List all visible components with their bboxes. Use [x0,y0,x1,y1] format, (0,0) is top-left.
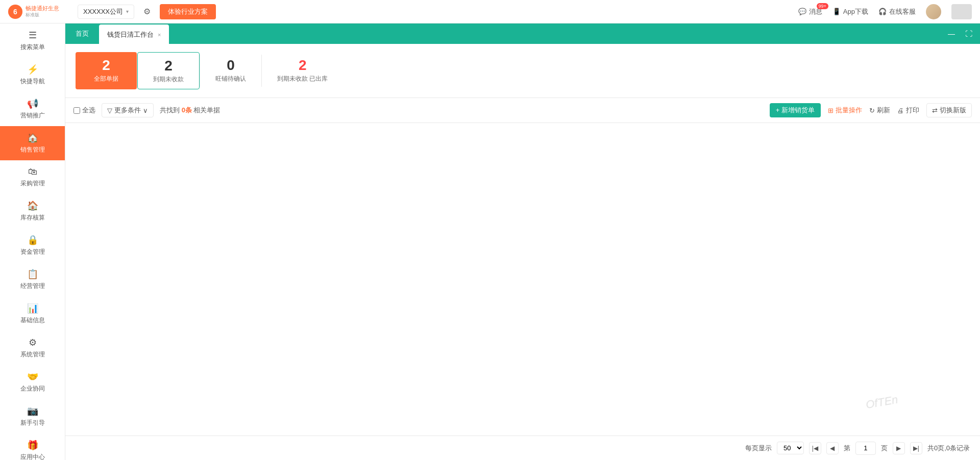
guide-icon: 📷 [27,405,38,417]
chevron-down-icon: ▾ [126,9,129,14]
message-button[interactable]: 💬 消息 99+ [798,7,822,16]
message-badge: 99+ [817,3,828,9]
tab-bar: 首页 钱货日清工作台 × — ⛶ [65,23,980,44]
batch-operation-button[interactable]: ⊞ 批量操作 [828,106,862,115]
settings-icon[interactable]: ⚙ [139,4,155,19]
sidebar-item-enterprise[interactable]: 🤝 企业协同 [0,365,65,399]
sidebar-item-purchase[interactable]: 🛍 采购管理 [0,160,65,194]
filter-chevron-icon: ∨ [143,107,148,114]
tab-bar-actions: — ⛶ [945,28,980,40]
switch-version-button[interactable]: ⇄ 切换新版 [926,103,972,117]
header-right: 💬 消息 99+ 📱 App下载 🎧 在线客服 [798,4,972,19]
filter-button[interactable]: ▽ 更多条件 ∨ [102,103,154,117]
stat-card-all[interactable]: 2 全部单据 [76,52,137,89]
print-icon: 🖨 [897,107,904,114]
download-icon: 📱 [832,8,841,15]
tab-minimize-icon[interactable]: — [945,28,958,40]
operations-icon: 📋 [27,269,38,280]
sidebar-item-finance[interactable]: 🔒 资金管理 [0,228,65,262]
page-prev-button[interactable]: ◀ [826,442,839,454]
content-area: 首页 钱货日清工作台 × — ⛶ 2 全部单据 2 到期未收款 [65,23,980,460]
pagination: 每页显示 50 |◀ ◀ 第 1 页 ▶ ▶| 共0页,0条记录 [65,435,980,460]
sidebar-item-system[interactable]: ⚙ 系统管理 [0,331,65,365]
service-icon: 🎧 [878,8,887,15]
tab-home[interactable]: 首页 [65,23,99,44]
table-area [65,123,980,435]
stat-card-shipped[interactable]: 2 到期未收款 已出库 [262,52,343,89]
user-menu[interactable] [951,4,972,19]
sales-icon: 🏠 [27,132,38,143]
inventory-icon: 🏠 [27,200,38,211]
switch-icon: ⇄ [932,107,938,114]
page-label: 第 [844,444,850,453]
company-selector[interactable]: XXXXXX公司 ▾ [78,5,134,19]
refresh-button[interactable]: ↻ 刷新 [869,106,890,115]
message-icon: 💬 [798,8,806,15]
finance-icon: 🔒 [27,234,38,246]
tab-qhrqzt[interactable]: 钱货日清工作台 × [99,25,169,45]
tab-maximize-icon[interactable]: ⛶ [963,28,975,40]
per-page-label: 每页显示 [745,444,772,453]
company-name: XXXXXX公司 [83,7,123,16]
per-page-select[interactable]: 50 [777,442,804,454]
enterprise-icon: 🤝 [27,371,38,382]
batch-icon: ⊞ [828,107,834,114]
sidebar-item-sales[interactable]: 🏠 销售管理 [0,126,65,160]
appstore-icon: 🎁 [27,440,38,451]
sidebar-item-guide[interactable]: 📷 新手引导 [0,399,65,433]
app-name: 畅捷通好生意 [26,5,59,12]
stat-num-pending: 0 [215,57,246,74]
sidebar-item-quicknav[interactable]: ⚡ 快捷导航 [0,58,65,92]
quicknav-icon: ⚡ [27,64,38,75]
logo-area: 6 畅捷通好生意 标准版 [8,5,74,19]
stat-label-pending: 旺铺待确认 [215,75,246,83]
stat-label-all: 全部单据 [91,75,121,83]
sidebar-item-inventory[interactable]: 🏠 库存核算 [0,194,65,228]
stat-num-shipped: 2 [277,57,328,74]
new-sales-order-button[interactable]: + 新增销货单 [770,103,821,117]
sidebar-item-marketing[interactable]: 📢 营销推广 [0,92,65,126]
page-label-end: 页 [881,444,888,453]
basic-info-icon: 📊 [27,303,38,314]
result-count: 共找到 0条 相关单据 [160,106,220,115]
sidebar: ☰ 搜索菜单 ⚡ 快捷导航 📢 营销推广 🏠 销售管理 🛍 采购管理 🏠 库存核… [0,23,65,460]
select-all-checkbox[interactable]: 全选 [74,106,95,115]
page-next-button[interactable]: ▶ [893,442,905,454]
sidebar-item-operations[interactable]: 📋 经营管理 [0,262,65,297]
tab-close-icon[interactable]: × [158,32,161,38]
stat-card-pending[interactable]: 0 旺铺待确认 [200,52,261,89]
stat-card-overdue[interactable]: 2 到期未收款 [137,52,200,89]
sidebar-item-appstore[interactable]: 🎁 应用中心 [0,433,65,460]
total-info: 共0页,0条记录 [927,444,970,453]
avatar[interactable] [926,4,941,19]
purchase-icon: 🛍 [28,166,37,177]
stat-num-overdue: 2 [153,58,184,74]
search-menu-icon: ☰ [29,30,37,41]
sidebar-item-basic-info[interactable]: 📊 基础信息 [0,297,65,331]
count-num: 0条 [182,106,192,114]
toolbar: 全选 ▽ 更多条件 ∨ 共找到 0条 相关单据 + 新增销货单 ⊞ 批量操作 [65,98,980,123]
trial-button[interactable]: 体验行业方案 [160,4,216,19]
checkbox-input[interactable] [74,107,80,114]
print-button[interactable]: 🖨 打印 [897,106,919,115]
stat-label-shipped: 到期未收款 已出库 [277,75,328,83]
page-content: 2 全部单据 2 到期未收款 0 旺铺待确认 2 到期未收款 已出库 [65,44,980,460]
stat-label-overdue: 到期未收款 [153,75,184,84]
logo-icon: 6 [8,5,22,19]
marketing-icon: 📢 [27,98,38,109]
main-layout: ☰ 搜索菜单 ⚡ 快捷导航 📢 营销推广 🏠 销售管理 🛍 采购管理 🏠 库存核… [0,23,980,460]
page-number-input[interactable]: 1 [855,442,876,455]
page-first-button[interactable]: |◀ [809,442,821,454]
refresh-icon: ↻ [869,107,875,114]
app-version: 标准版 [26,12,59,18]
sidebar-item-search[interactable]: ☰ 搜索菜单 [0,23,65,58]
stats-bar: 2 全部单据 2 到期未收款 0 旺铺待确认 2 到期未收款 已出库 [65,44,980,98]
top-header: 6 畅捷通好生意 标准版 XXXXXX公司 ▾ ⚙ 体验行业方案 💬 消息 99… [0,0,980,23]
online-service-button[interactable]: 🎧 在线客服 [878,7,916,16]
filter-icon: ▽ [107,107,112,114]
toolbar-right: + 新增销货单 ⊞ 批量操作 ↻ 刷新 🖨 打印 ⇄ [770,103,972,117]
app-download-button[interactable]: 📱 App下载 [832,7,868,16]
stat-num-all: 2 [91,57,121,74]
system-icon: ⚙ [29,337,37,348]
page-last-button[interactable]: ▶| [910,442,922,454]
